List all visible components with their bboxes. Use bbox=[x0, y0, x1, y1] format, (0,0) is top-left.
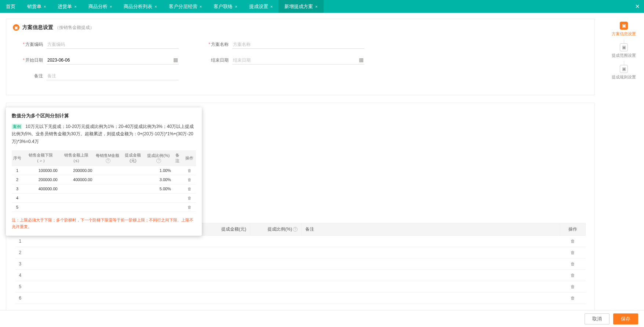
cancel-button[interactable]: 取消 bbox=[585, 313, 610, 324]
footer-bar: 取消 保存 bbox=[0, 310, 644, 327]
table-row[interactable]: 6🗑 bbox=[15, 293, 586, 304]
step-icon: ▣ bbox=[620, 22, 628, 30]
col-pct: 提成比例(%)? bbox=[250, 223, 302, 236]
section-subtitle: （按销售金额提成） bbox=[55, 25, 94, 31]
tab-product-analysis-list[interactable]: 商品分析列表× bbox=[118, 0, 163, 13]
plan-code-label: *方案编码 bbox=[15, 41, 47, 48]
table-row: 2200000.00400000.003.00%🗑 bbox=[12, 175, 196, 184]
step-label: 提成规则设置 bbox=[612, 74, 636, 80]
delete-icon[interactable]: 🗑 bbox=[571, 284, 575, 289]
step-scope[interactable]: ▣ 提成范围设置 bbox=[612, 43, 636, 58]
delete-icon[interactable]: 🗑 bbox=[188, 187, 192, 191]
delete-icon[interactable]: 🗑 bbox=[571, 273, 575, 278]
delete-icon[interactable]: 🗑 bbox=[188, 205, 192, 209]
table-row: 1100000.00200000.001.00%🗑 bbox=[12, 166, 196, 175]
help-icon: ? bbox=[106, 158, 110, 163]
delete-icon[interactable]: 🗑 bbox=[188, 168, 192, 173]
table-row[interactable]: 5🗑 bbox=[15, 281, 586, 293]
plan-name-input[interactable] bbox=[232, 40, 364, 49]
close-icon[interactable]: × bbox=[235, 4, 237, 9]
tab-customer-contact[interactable]: 客户联络× bbox=[208, 0, 243, 13]
step-icon: ▣ bbox=[620, 43, 628, 51]
example-table: 序号 销售金额下限（＞） 销售金额上限（≤） 每销售M金额? 提成金额(元) 提… bbox=[12, 150, 196, 212]
help-icon[interactable]: ? bbox=[293, 227, 298, 232]
table-row[interactable]: 2🗑 bbox=[15, 247, 586, 258]
step-rules[interactable]: ▣ 提成规则设置 bbox=[612, 65, 636, 80]
step-icon: ▣ bbox=[620, 65, 628, 73]
example-text: 10万元以下无提成；10-20万元提成比例为1%；20-40万提成比例为3%；4… bbox=[12, 124, 194, 144]
plan-code-input[interactable] bbox=[47, 40, 179, 49]
calendar-icon[interactable]: ▦ bbox=[173, 57, 178, 63]
save-button[interactable]: 保存 bbox=[613, 313, 638, 324]
step-plan-info[interactable]: ▣ 方案信息设置 bbox=[612, 22, 636, 37]
close-icon[interactable]: × bbox=[270, 4, 273, 9]
tab-purchase[interactable]: 进货单× bbox=[52, 0, 82, 13]
remark-label: 备注 bbox=[15, 73, 47, 79]
section-title: 方案信息设置 bbox=[22, 24, 53, 31]
popup-note: 注：上限必须大于下限；多个阶梯时，下一个阶梯下限需等于前一阶梯上限；不同行之间下… bbox=[12, 217, 196, 230]
tab-customer-tier[interactable]: 客户分层经营× bbox=[163, 0, 208, 13]
delete-icon[interactable]: 🗑 bbox=[188, 177, 192, 182]
delete-icon[interactable]: 🗑 bbox=[571, 261, 575, 267]
example-tag: 案例 bbox=[12, 124, 22, 129]
close-icon[interactable]: × bbox=[154, 4, 157, 9]
close-all-icon[interactable]: × bbox=[635, 0, 640, 13]
delete-icon[interactable]: 🗑 bbox=[571, 239, 575, 244]
start-date-label: *开始日期 bbox=[15, 57, 47, 63]
step-label: 提成范围设置 bbox=[612, 53, 636, 58]
plan-info-card: ▣ 方案信息设置 （按销售金额提成） *方案编码 *方案名称 bbox=[6, 19, 595, 95]
col-op: 操作 bbox=[560, 223, 586, 236]
popup-title: 数值分为多个区间分别计算 bbox=[12, 113, 196, 119]
tab-commission-setting[interactable]: 提成设置× bbox=[243, 0, 279, 13]
close-icon[interactable]: × bbox=[74, 4, 76, 9]
tab-home[interactable]: 首页 bbox=[0, 0, 21, 13]
end-date-label: 结束日期 bbox=[201, 57, 232, 63]
table-row: 5🗑 bbox=[12, 203, 196, 212]
side-nav: ▣ 方案信息设置 ▣ 提成范围设置 ▣ 提成规则设置 bbox=[604, 13, 644, 327]
calendar-icon[interactable]: ▦ bbox=[359, 57, 364, 63]
delete-icon[interactable]: 🗑 bbox=[571, 250, 575, 255]
tab-product-analysis[interactable]: 商品分析× bbox=[83, 0, 118, 13]
table-row: 3400000.005.00%🗑 bbox=[12, 184, 196, 194]
close-icon[interactable]: × bbox=[200, 4, 202, 9]
plan-name-label: *方案名称 bbox=[201, 41, 232, 48]
remark-input[interactable] bbox=[47, 72, 179, 80]
start-date-input[interactable] bbox=[47, 56, 179, 65]
col-amount: 提成金额(元) bbox=[199, 223, 250, 236]
help-icon: ? bbox=[156, 158, 161, 163]
step-label: 方案信息设置 bbox=[612, 31, 636, 37]
table-row: 4🗑 bbox=[12, 194, 196, 203]
delete-icon[interactable]: 🗑 bbox=[571, 295, 575, 301]
delete-icon[interactable]: 🗑 bbox=[188, 196, 192, 200]
close-icon[interactable]: × bbox=[110, 4, 112, 9]
tab-sales[interactable]: 销货单× bbox=[21, 0, 52, 13]
close-icon[interactable]: × bbox=[44, 4, 46, 9]
close-icon[interactable]: × bbox=[315, 4, 317, 9]
col-remark: 备注 bbox=[302, 223, 560, 236]
table-row[interactable]: 3🗑 bbox=[15, 258, 586, 270]
section-badge-icon: ▣ bbox=[13, 24, 19, 31]
help-popup: 数值分为多个区间分别计算 案例 10万元以下无提成；10-20万元提成比例为1%… bbox=[6, 107, 202, 236]
end-date-input[interactable] bbox=[232, 56, 364, 65]
table-row[interactable]: 4🗑 bbox=[15, 270, 586, 281]
tab-new-commission-plan[interactable]: 新增提成方案× bbox=[279, 0, 323, 13]
table-row[interactable]: 1🗑 bbox=[15, 236, 586, 247]
tab-bar: 首页 销货单× 进货单× 商品分析× 商品分析列表× 客户分层经营× 客户联络×… bbox=[0, 0, 644, 13]
